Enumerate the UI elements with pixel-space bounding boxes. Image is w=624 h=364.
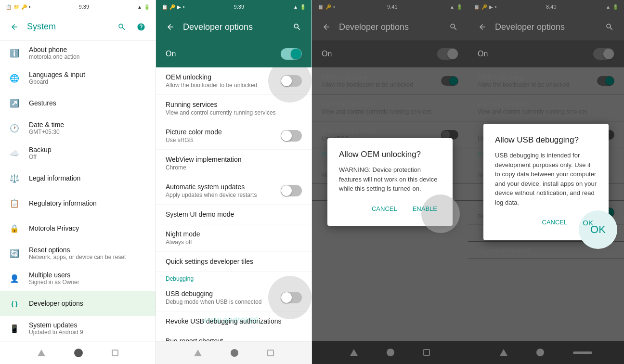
reset-subtitle: Network, apps, or device can be reset — [29, 254, 126, 260]
running-title: Running services — [166, 101, 302, 108]
home-nav-left[interactable] — [74, 349, 83, 357]
usb-toggle[interactable] — [281, 292, 302, 303]
backup-icon: ☁️ — [8, 146, 21, 160]
status-time-middle: 9:39 — [234, 4, 244, 10]
setting-bug-report[interactable]: Bug report shortcut — [156, 331, 312, 341]
datetime-subtitle: GMT+05:30 — [29, 129, 64, 135]
backup-subtitle: Off — [29, 154, 52, 160]
usb-dialog-body: USB debugging is intended for developmen… — [495, 151, 597, 207]
sidebar-list: ℹ️ About phone motorola one action 🌐 Lan… — [0, 40, 156, 341]
regulatory-title: Regulatory information — [29, 199, 97, 207]
status-bar-middle: 📋 🔑 ▶ • 9:39 ▲ 🔋 — [156, 0, 312, 13]
sidebar-item-languages[interactable]: 🌐 Languages & input Gboard — [0, 65, 156, 91]
oem-dialog-actions: Cancel Enable — [339, 203, 441, 214]
picture-toggle[interactable] — [281, 130, 302, 142]
ok-circle: OK — [579, 210, 617, 249]
bug-title: Bug report shortcut — [166, 337, 302, 341]
sidebar-item-developer[interactable]: { } Developer options — [0, 291, 156, 316]
panel-usb-dialog: 📋 🔑 ▶ • 8:40 ▲ 🔋 Developer options On O — [468, 0, 624, 364]
sidebar-item-system-updates[interactable]: 📱 System updates Updated to Android 9 — [0, 316, 156, 341]
gestures-title: Gestures — [29, 99, 56, 107]
sidebar-item-backup[interactable]: ☁️ Backup Off — [0, 141, 156, 166]
back-nav-left[interactable] — [38, 350, 45, 356]
search-button-system[interactable] — [115, 20, 129, 34]
sidebar-item-legal[interactable]: ⚖️ Legal information — [0, 166, 156, 191]
nav-bar-middle — [156, 341, 312, 364]
search-button-dev[interactable] — [290, 20, 304, 34]
left-status-icons: 📋 📁 🔑 • — [6, 4, 31, 10]
page-title-system: System — [27, 22, 109, 32]
back-button-dev[interactable] — [164, 20, 177, 34]
about-subtitle: motorola one action — [29, 53, 79, 60]
on-label: On — [166, 50, 281, 58]
setting-auto-updates[interactable]: Automatic system updates Apply updates w… — [156, 177, 312, 205]
sidebar-item-datetime[interactable]: 🕐 Date & time GMT+05:30 — [0, 116, 156, 141]
setting-demo-mode[interactable]: System UI demo mode — [156, 205, 312, 224]
panel-system: 📋 📁 🔑 • 9:39 ▲ 🔋 System ℹ️ About phone — [0, 0, 156, 364]
right-status-icons-left: ▲ 🔋 — [137, 4, 150, 10]
autoupdate-toggle-circle — [281, 185, 292, 196]
webview-title: WebView implementation — [166, 156, 302, 163]
on-toggle-bar[interactable]: On — [156, 40, 312, 67]
setting-oem-unlocking[interactable]: OEM unlocking Allow the bootloader to be… — [156, 67, 312, 95]
usb-dialog: Allow USB debugging? USB debugging is in… — [483, 124, 609, 240]
sidebar-item-regulatory[interactable]: 📋 Regulatory information — [0, 191, 156, 216]
usb-dialog-overlay: Allow USB debugging? USB debugging is in… — [468, 0, 624, 364]
oem-toggle[interactable] — [281, 75, 302, 87]
setting-night-mode[interactable]: Night mode Always off — [156, 224, 312, 252]
languages-title: Languages & input — [29, 71, 85, 78]
autoupdate-toggle[interactable] — [281, 185, 302, 196]
regulatory-icon: 📋 — [8, 196, 21, 210]
usb-cancel-btn[interactable]: Cancel — [538, 217, 572, 229]
home-nav-middle[interactable] — [231, 349, 238, 357]
oem-enable-btn[interactable]: Enable — [409, 203, 441, 214]
usb-subtitle: Debug mode when USB is connected — [166, 299, 281, 305]
picture-toggle-circle — [281, 130, 292, 141]
sidebar-item-users[interactable]: 👤 Multiple users Signed in as Owner — [0, 266, 156, 291]
setting-webview[interactable]: WebView implementation Chrome — [156, 150, 312, 177]
demo-title: System UI demo mode — [166, 210, 302, 218]
reset-title: Reset options — [29, 246, 126, 254]
datetime-title: Date & time — [29, 121, 64, 129]
oem-dialog-body: WARNING: Device protection features will… — [339, 165, 441, 194]
privacy-title: Motorola Privacy — [29, 224, 79, 232]
setting-quick-tiles[interactable]: Quick settings developer tiles — [156, 252, 312, 272]
oem-title: OEM unlocking — [166, 73, 281, 81]
sidebar-item-privacy[interactable]: 🔒 Motorola Privacy — [0, 216, 156, 241]
quicktiles-title: Quick settings developer tiles — [166, 258, 302, 265]
oem-subtitle: Allow the bootloader to be unlocked — [166, 82, 281, 89]
page-title-dev: Developer options — [183, 22, 285, 32]
setting-picture-color[interactable]: Picture color mode Use sRGB — [156, 122, 312, 150]
privacy-icon: 🔒 — [8, 221, 21, 235]
about-title: About phone — [29, 46, 79, 53]
setting-usb-debug[interactable]: USB debugging Debug mode when USB is con… — [156, 284, 312, 312]
backup-title: Backup — [29, 146, 52, 154]
recents-nav-middle[interactable] — [267, 350, 274, 356]
panel-developer-options: 📋 🔑 ▶ • 9:39 ▲ 🔋 Developer options On — [156, 0, 312, 364]
running-subtitle: View and control currently running servi… — [166, 109, 302, 116]
recents-nav-left[interactable] — [112, 350, 118, 356]
usb-dialog-actions: Cancel OK — [495, 217, 597, 229]
usb-title: USB debugging — [166, 290, 281, 298]
oem-cancel-btn[interactable]: Cancel — [368, 203, 401, 214]
webview-subtitle: Chrome — [166, 164, 302, 171]
sidebar-item-gestures[interactable]: ↗️ Gestures — [0, 91, 156, 116]
usb-ok-btn[interactable]: OK — [579, 217, 597, 229]
legal-icon: ⚖️ — [8, 171, 21, 185]
panel-oem-dialog: 📋 🔑 • 9:41 ▲ 🔋 Developer options On OEM … — [312, 0, 468, 364]
sidebar-item-reset[interactable]: 🔄 Reset options Network, apps, or device… — [0, 241, 156, 266]
night-title: Night mode — [166, 230, 302, 238]
back-nav-middle[interactable] — [194, 350, 202, 356]
autoupdate-subtitle: Apply updates when device restarts — [166, 192, 281, 198]
back-button-system[interactable] — [8, 20, 21, 34]
sidebar-item-about-phone[interactable]: ℹ️ About phone motorola one action — [0, 40, 156, 65]
languages-icon: 🌐 — [8, 71, 21, 85]
help-button-system[interactable] — [134, 20, 148, 34]
developer-settings-list: OEM unlocking Allow the bootloader to be… — [156, 67, 312, 341]
developer-icon: { } — [8, 297, 21, 310]
oem-dialog-overlay: Allow OEM unlocking? WARNING: Device pro… — [312, 0, 468, 364]
oem-dialog: Allow OEM unlocking? WARNING: Device pro… — [327, 138, 453, 226]
updates-subtitle: Updated to Android 9 — [29, 329, 83, 336]
reset-icon: 🔄 — [8, 247, 21, 260]
developer-toggle[interactable] — [281, 48, 302, 60]
